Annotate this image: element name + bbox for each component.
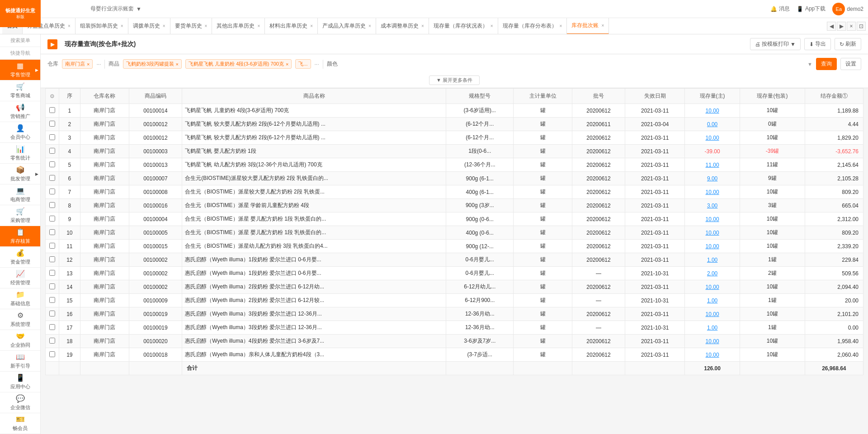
tab-menu-btn[interactable]: ⊡ bbox=[857, 22, 866, 31]
row-checkbox[interactable] bbox=[46, 348, 59, 362]
row-qty[interactable]: 10.00 bbox=[685, 335, 740, 348]
row-checkbox[interactable] bbox=[46, 226, 59, 240]
row-qty[interactable]: 10.00 bbox=[685, 240, 740, 253]
sidebar-item-app-center[interactable]: 📱 应用中心 bbox=[0, 372, 40, 392]
refresh-btn[interactable]: ↻ 刷新 bbox=[835, 38, 861, 50]
row-checkbox[interactable] bbox=[46, 280, 59, 294]
tab-chengben[interactable]: 成本调整单历史 × bbox=[376, 18, 429, 34]
col-header-settings[interactable]: ⚙ bbox=[46, 89, 59, 104]
tab-close-yaohuo[interactable]: × bbox=[205, 24, 208, 28]
product-dots[interactable]: ··· bbox=[315, 61, 319, 67]
product-tag-1-remove[interactable]: × bbox=[176, 61, 179, 67]
tab-prev-btn[interactable]: ◀ bbox=[827, 22, 836, 31]
warehouse-dots[interactable]: ··· bbox=[96, 61, 101, 67]
tab-xianzai2[interactable]: 现存量（库存分布表） × bbox=[498, 18, 567, 34]
product-tag-1[interactable]: 飞鹤奶粉3段丙罐提装 × bbox=[123, 59, 182, 69]
product-tag-2-remove[interactable]: × bbox=[286, 61, 288, 67]
tab-close-chengben[interactable]: × bbox=[421, 24, 424, 28]
tab-close-tiaobo[interactable]: × bbox=[163, 24, 165, 28]
app-download-btn[interactable]: 📱 App下载 bbox=[797, 5, 826, 13]
tab-close-zuhe[interactable]: × bbox=[121, 24, 123, 28]
sidebar-item-operations[interactable]: 📈 经营管理 bbox=[0, 268, 40, 288]
message-btn[interactable]: 🔔 消息 bbox=[770, 5, 790, 13]
row-qty[interactable]: 1.00 bbox=[685, 294, 740, 307]
row-qty[interactable]: 10.00 bbox=[685, 307, 740, 321]
warehouse-tag-remove[interactable]: × bbox=[87, 61, 90, 67]
row-qty[interactable]: 11.00 bbox=[685, 158, 740, 172]
row-checkbox[interactable] bbox=[46, 267, 59, 280]
row-checkbox[interactable] bbox=[46, 145, 59, 158]
expand-conditions-btn[interactable]: ▼ 展开更多条件 bbox=[429, 75, 480, 85]
user-area[interactable]: Ea demo2 bbox=[832, 3, 863, 15]
print-btn[interactable]: 🖨 按模板打印 ▼ bbox=[750, 38, 801, 50]
sidebar-item-sys-mgmt[interactable]: ⚙ 系统管理 bbox=[0, 309, 40, 330]
row-checkbox[interactable] bbox=[46, 240, 59, 253]
sidebar-item-marketing[interactable]: 📢 营销推广 bbox=[0, 101, 40, 122]
tab-chanpin[interactable]: 产成品入库单历史 × bbox=[318, 18, 376, 34]
row-checkbox[interactable] bbox=[46, 172, 59, 185]
tab-zuhe[interactable]: 组装拆卸单历史 × bbox=[75, 18, 128, 34]
row-qty[interactable]: 9.00 bbox=[685, 172, 740, 185]
row-qty[interactable]: 10.00 bbox=[685, 185, 740, 199]
row-qty[interactable]: 3.00 bbox=[685, 199, 740, 212]
sidebar-item-retail-mgmt[interactable]: ▦ 零售管理 ▶ bbox=[0, 60, 40, 80]
sidebar-item-finance[interactable]: 💰 资金管理 bbox=[0, 247, 40, 268]
row-checkbox[interactable] bbox=[46, 131, 59, 145]
sidebar-item-enterprise-wechat[interactable]: 💬 企业微信 bbox=[0, 392, 40, 413]
settings-btn[interactable]: 设置 bbox=[840, 58, 861, 70]
row-qty[interactable]: -39.00 bbox=[685, 145, 740, 158]
tab-close-xianzai2[interactable]: × bbox=[560, 24, 562, 28]
row-qty[interactable]: 10.00 bbox=[685, 212, 740, 226]
warehouse-tag-nanan[interactable]: 南岸门店 × bbox=[62, 59, 93, 69]
table-settings-icon[interactable]: ⚙ bbox=[50, 93, 55, 99]
tab-close-fenban[interactable]: × bbox=[68, 24, 71, 28]
tab-cailiao[interactable]: 材料出库单历史 × bbox=[265, 18, 318, 34]
sidebar-item-inventory[interactable]: 📋 库存核算 bbox=[0, 226, 40, 247]
tab-next-btn[interactable]: ▶ bbox=[837, 22, 846, 31]
row-qty[interactable]: 1.00 bbox=[685, 253, 740, 267]
row-qty[interactable]: 10.00 bbox=[685, 348, 740, 362]
sidebar-item-enterprise[interactable]: 🤝 企业协同 bbox=[0, 330, 40, 351]
tab-close-xianzai1[interactable]: × bbox=[491, 24, 493, 28]
row-qty[interactable]: 0.00 bbox=[685, 118, 740, 131]
row-checkbox[interactable] bbox=[46, 307, 59, 321]
row-checkbox[interactable] bbox=[46, 253, 59, 267]
tab-qitachubu[interactable]: 其他出库单历史 × bbox=[212, 18, 265, 34]
nav-expand-btn[interactable]: ▶ bbox=[47, 39, 57, 49]
sidebar-item-ecommerce[interactable]: 💻 电商管理 bbox=[0, 184, 40, 205]
row-checkbox[interactable] bbox=[46, 321, 59, 335]
tab-close-qita[interactable]: × bbox=[257, 24, 260, 28]
sidebar-item-retail-stats[interactable]: 📊 零售统计 bbox=[0, 143, 40, 164]
sidebar-item-new-guide[interactable]: 📖 新手引导 bbox=[0, 351, 40, 372]
export-btn[interactable]: ⬇ 导出 bbox=[804, 38, 831, 50]
workspace-selector[interactable]: 母婴行业演示账套 ▼ bbox=[90, 5, 142, 13]
sidebar-item-wholesale[interactable]: 📦 批发管理 ▶ bbox=[0, 164, 40, 184]
row-checkbox[interactable] bbox=[46, 158, 59, 172]
tab-tiaobo[interactable]: 调拨单历史 × bbox=[128, 18, 170, 34]
tab-yaohuo[interactable]: 要货单历史 × bbox=[170, 18, 212, 34]
row-qty[interactable]: 10.00 bbox=[685, 104, 740, 118]
color-dropdown-arrow[interactable]: ▼ bbox=[807, 61, 812, 67]
sidebar-item-member-card[interactable]: 🎫 畅会员 bbox=[0, 413, 40, 434]
search-menu-area[interactable]: 搜索菜单 bbox=[0, 34, 40, 47]
product-tag-more[interactable]: 飞... bbox=[295, 59, 311, 69]
product-tag-2[interactable]: 飞鹤星飞帆 儿童奶粉 4段(3-6岁适用) 700克 × bbox=[185, 59, 292, 69]
tab-close-chanpin[interactable]: × bbox=[368, 24, 371, 28]
tab-xianzai1[interactable]: 现存量（库存状况表） × bbox=[429, 18, 498, 34]
sidebar-item-basic-info[interactable]: 📁 基础信息 bbox=[0, 288, 40, 309]
quick-nav-area[interactable]: 快捷导航 bbox=[0, 47, 40, 60]
row-qty[interactable]: 2.00 bbox=[685, 267, 740, 280]
sidebar-item-purchase[interactable]: 🛒 采购管理 bbox=[0, 205, 40, 226]
row-checkbox[interactable] bbox=[46, 199, 59, 212]
sidebar-item-retail-shop[interactable]: 🛒 零售商城 bbox=[0, 80, 40, 101]
tab-close-cailiao[interactable]: × bbox=[310, 24, 313, 28]
row-checkbox[interactable] bbox=[46, 294, 59, 307]
row-checkbox[interactable] bbox=[46, 212, 59, 226]
row-qty[interactable]: 10.00 bbox=[685, 280, 740, 294]
tab-close-all-btn[interactable]: × bbox=[847, 22, 856, 31]
row-checkbox[interactable] bbox=[46, 104, 59, 118]
row-checkbox[interactable] bbox=[46, 185, 59, 199]
tab-pipici[interactable]: 库存批次账 × bbox=[567, 18, 609, 34]
row-checkbox[interactable] bbox=[46, 118, 59, 131]
sidebar-item-member[interactable]: 👤 会员中心 bbox=[0, 122, 40, 143]
